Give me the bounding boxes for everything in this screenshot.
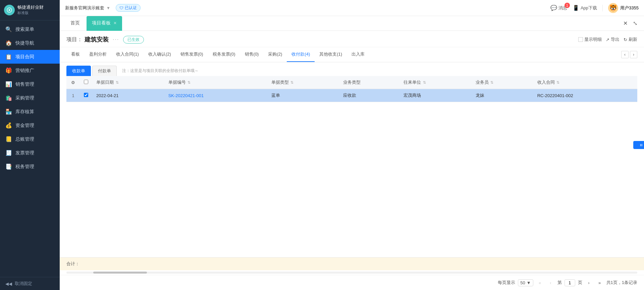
sidebar-item-invoice[interactable]: 🧾 发票管理: [0, 146, 60, 160]
show-detail-btn[interactable]: 显示明细: [578, 37, 602, 43]
sidebar-item-capital[interactable]: 💰 资金管理: [0, 119, 60, 132]
sidebar-item-tax[interactable]: 📑 税务管理: [0, 160, 60, 173]
sidebar-item-label-tax: 税务管理: [15, 164, 34, 170]
account-chevron-icon: ▼: [106, 6, 110, 10]
shield-icon: 🛡: [119, 6, 123, 10]
sidebar-footer-label: 取消固定: [15, 281, 32, 287]
row-date: 2022-04-21: [92, 89, 164, 102]
project-name: 建筑安装: [85, 35, 109, 44]
col-partner[interactable]: 往来单位 ⇅: [399, 76, 472, 89]
phone-icon: 📱: [573, 5, 579, 11]
inner-tab-receipt[interactable]: 收款单: [66, 66, 91, 76]
side-action-button[interactable]: ≡: [633, 141, 644, 149]
sidebar-header: 畅捷通好业财 标准版: [0, 0, 60, 20]
refresh-label: 刷新: [629, 37, 637, 43]
sidebar-item-purchase[interactable]: 🛍️ 采购管理: [0, 91, 60, 105]
sub-tab-income-confirm[interactable]: 收入确认(2): [144, 47, 176, 62]
message-action[interactable]: 💬 消息 1: [550, 5, 567, 11]
data-table: ⚙ 单据日期 ⇅ 单据编号 ⇅: [66, 76, 637, 102]
chart-icon: 📊: [5, 81, 12, 87]
sub-tabs-prev-btn[interactable]: ‹: [621, 51, 629, 58]
export-btn[interactable]: ↗ 导出: [606, 37, 620, 43]
tab-bar-right: ✕ ⤡: [622, 19, 639, 28]
col-settings[interactable]: ⚙: [66, 76, 80, 89]
sidebar-item-search[interactable]: 🔍 搜索菜单: [0, 22, 60, 36]
tab-home[interactable]: 首页: [65, 16, 85, 31]
refresh-btn[interactable]: ↻ 刷新: [624, 37, 637, 43]
sidebar-item-sales[interactable]: 📊 销售管理: [0, 77, 60, 91]
message-icon: 💬: [550, 5, 557, 11]
col-income-contract[interactable]: 收入合同 ⇅: [533, 76, 637, 89]
col-date[interactable]: 单据日期 ⇅: [92, 76, 164, 89]
scrollbar-thumb[interactable]: [93, 272, 147, 274]
sub-tab-tax-invoice-label: 税务发票(0): [213, 52, 235, 57]
table-row[interactable]: 1 2022-04-21 SK-20220421-001 蓝单 应收款 宏茂商场…: [66, 89, 637, 102]
sidebar-item-project[interactable]: 📋 项目合同: [0, 50, 60, 64]
sub-tab-income-contract[interactable]: 收入合同(1): [111, 47, 144, 62]
gift-icon: 🎁: [5, 67, 12, 74]
sub-tab-income-contract-label: 收入合同(1): [116, 52, 139, 57]
project-prefix: 项目：: [66, 36, 83, 43]
col-partner-label: 往来单位: [404, 80, 421, 85]
app-download-action[interactable]: 📱 App下载: [573, 5, 597, 11]
sub-tab-purchase[interactable]: 采购(2): [263, 47, 287, 62]
message-badge: 1: [565, 3, 570, 8]
tab-project-board[interactable]: 项目看板 ✕: [87, 16, 122, 31]
money-icon: 💰: [5, 122, 12, 129]
next-page-btn[interactable]: ›: [585, 279, 593, 287]
col-biz-type-label: 业务类型: [343, 80, 361, 85]
sub-tab-other-expenses[interactable]: 其他收支(1): [315, 47, 347, 62]
sub-tab-tax-invoice[interactable]: 税务发票(0): [208, 47, 240, 62]
tab-close-window-button[interactable]: ✕: [622, 19, 629, 28]
sub-tab-kanban[interactable]: 看板: [66, 47, 85, 62]
select-all-checkbox[interactable]: [84, 80, 88, 84]
col-salesman[interactable]: 业务员 ⇅: [472, 76, 533, 89]
sub-tab-in-out[interactable]: 出入库: [347, 47, 369, 62]
row-checkbox[interactable]: [84, 93, 88, 97]
sidebar-footer-unpin[interactable]: ◀◀ 取消固定: [0, 277, 60, 290]
col-number[interactable]: 单据编号 ⇅: [164, 76, 267, 89]
per-page-select[interactable]: 50 ▼: [518, 279, 533, 286]
sub-tab-profit[interactable]: 盈利分析: [85, 47, 111, 62]
row-number-link[interactable]: SK-20220421-001: [168, 93, 204, 98]
col-type[interactable]: 单据类型 ⇅: [267, 76, 339, 89]
horizontal-scrollbar[interactable]: [60, 270, 644, 275]
inner-tabs: 收款单 付款单 注：这里是与项目关联的全部收付款单哦～: [60, 62, 644, 76]
bag-icon: 🛍️: [5, 95, 12, 101]
app-version: 标准版: [17, 10, 44, 15]
col-type-label: 单据类型: [271, 80, 289, 85]
sub-tab-payment-label: 收付款(4): [291, 52, 310, 57]
project-more-icon[interactable]: ···: [113, 37, 119, 43]
sub-tab-sales-invoice[interactable]: 销售发票(0): [176, 47, 208, 62]
tab-close-icon[interactable]: ✕: [113, 21, 117, 25]
per-page-label: 每页显示: [498, 280, 515, 286]
tab-fullscreen-button[interactable]: ⤡: [632, 19, 639, 28]
show-detail-checkbox[interactable]: [578, 37, 583, 42]
row-biz-type: 应收款: [339, 89, 399, 102]
app-logo: [4, 5, 15, 15]
row-type: 蓝单: [267, 89, 339, 102]
sidebar-item-ledger[interactable]: 📒 总账管理: [0, 132, 60, 146]
user-info[interactable]: 🐯 用户3355: [608, 3, 639, 13]
row-number: SK-20220421-001: [164, 89, 267, 102]
sub-tabs-navigation: ‹ ›: [621, 51, 637, 58]
inner-tab-hint: 注：这里是与项目关联的全部收付款单哦～: [122, 68, 199, 74]
sub-tabs-next-btn[interactable]: ›: [630, 51, 637, 58]
ledger-icon: 📒: [5, 136, 12, 142]
page-input[interactable]: [565, 279, 575, 286]
last-page-btn[interactable]: »: [596, 279, 604, 287]
sub-tab-payment[interactable]: 收付款(4): [287, 47, 315, 62]
sidebar-item-inventory[interactable]: 🏪 库存核算: [0, 105, 60, 119]
sub-tab-kanban-label: 看板: [71, 52, 80, 57]
project-status: 已生效: [127, 37, 140, 42]
first-page-btn[interactable]: «: [536, 279, 544, 287]
sidebar-item-marketing[interactable]: 🎁 营销推广: [0, 64, 60, 77]
inner-tab-payment[interactable]: 付款单: [92, 66, 117, 76]
sub-tab-sales[interactable]: 销售(0): [240, 47, 264, 62]
sidebar-item-quicknav[interactable]: 🏠 快捷导航: [0, 36, 60, 50]
prev-page-btn[interactable]: ‹: [547, 279, 555, 287]
account-selector[interactable]: 新服务官网演示账套 ▼: [65, 5, 110, 11]
settings-icon[interactable]: ⚙: [71, 80, 75, 85]
user-name: 用户3355: [620, 5, 639, 11]
col-checkbox: [80, 76, 92, 89]
